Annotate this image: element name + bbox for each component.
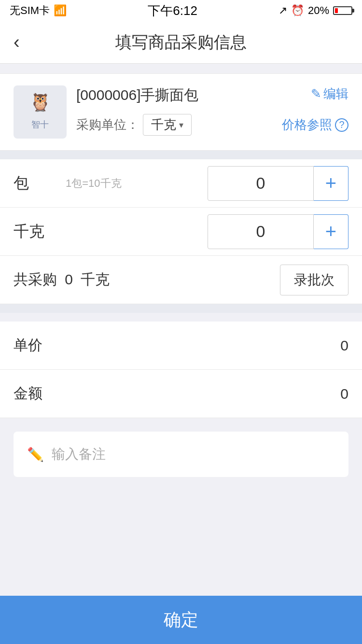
no-sim-text: 无SIM卡 xyxy=(10,3,50,18)
amount-row: 金额 0 xyxy=(0,370,362,418)
page-title: 填写商品采购信息 xyxy=(115,31,247,54)
amount-value: 0 xyxy=(340,386,348,402)
kg-quantity-input[interactable] xyxy=(208,214,314,249)
alarm-icon: ⏰ xyxy=(291,4,304,17)
bag-input-right: + xyxy=(208,166,348,201)
price-ref-button[interactable]: 价格参照 ? xyxy=(282,116,348,133)
bag-input-row: 包 1包=10千克 + xyxy=(0,159,362,208)
input-section: 包 1包=10千克 + 千克 + xyxy=(0,159,362,256)
help-icon: ? xyxy=(335,118,348,132)
kg-label: 千克 xyxy=(14,221,62,242)
product-image: 🦉智十 xyxy=(14,85,67,139)
product-unit-row: 采购单位： 千克 ▾ 价格参照 ? xyxy=(76,114,348,136)
product-info: [0000006]手撕面包 ✎ 编辑 采购单位： 千克 ▾ 价格参照 ? xyxy=(76,85,348,136)
kg-input-row: 千克 + xyxy=(0,208,362,256)
bag-sublabel: 1包=10千克 xyxy=(66,176,122,191)
summary-text: 共采购 0 千克 xyxy=(14,270,110,290)
wifi-icon: 📶 xyxy=(54,4,67,17)
status-bar: 无SIM卡 📶 下午6:12 ↗ ⏰ 20% xyxy=(0,0,362,21)
unit-label: 采购单位： xyxy=(76,116,139,133)
edit-icon: ✎ xyxy=(311,86,321,101)
pencil-icon: ✏️ xyxy=(27,447,44,462)
summary-row: 共采购 0 千克 录批次 xyxy=(0,256,362,304)
total-value: 0 xyxy=(65,271,73,287)
edit-button[interactable]: ✎ 编辑 xyxy=(311,85,348,102)
product-card: 🦉智十 [0000006]手撕面包 ✎ 编辑 采购单位： 千克 ▾ 价格参照 xyxy=(0,73,362,151)
status-time: 下午6:12 xyxy=(148,2,197,19)
notes-input-area[interactable]: ✏️ 输入备注 xyxy=(14,432,348,477)
bag-quantity-input[interactable] xyxy=(208,166,314,201)
amount-label: 金额 xyxy=(14,384,42,404)
location-icon: ↗ xyxy=(278,4,287,17)
notes-placeholder: 输入备注 xyxy=(52,445,106,463)
price-amount-section: 单价 0 金额 0 xyxy=(0,322,362,418)
product-top-row: [0000006]手撕面包 ✎ 编辑 xyxy=(76,85,348,105)
product-logo: 🦉智十 xyxy=(29,93,51,131)
confirm-button[interactable]: 确定 xyxy=(0,596,362,644)
price-row: 单价 0 xyxy=(0,322,362,370)
record-batch-button[interactable]: 录批次 xyxy=(280,265,348,295)
unit-select[interactable]: 千克 ▾ xyxy=(143,114,192,136)
kg-input-right: + xyxy=(208,214,348,249)
back-button[interactable]: ‹ xyxy=(14,32,20,53)
bag-plus-button[interactable]: + xyxy=(314,166,348,201)
notes-section: ✏️ 输入备注 xyxy=(0,418,362,611)
battery-percent: 20% xyxy=(308,4,329,17)
nav-bar: ‹ 填写商品采购信息 xyxy=(0,21,362,64)
section-divider-1 xyxy=(0,151,362,159)
status-left: 无SIM卡 📶 xyxy=(10,3,67,18)
status-right: ↗ ⏰ 20% xyxy=(278,4,352,17)
price-value: 0 xyxy=(340,337,348,354)
chevron-down-icon: ▾ xyxy=(179,120,183,130)
kg-plus-button[interactable]: + xyxy=(314,214,348,249)
section-divider-2 xyxy=(0,304,362,313)
price-label: 单价 xyxy=(14,336,42,355)
battery-icon xyxy=(333,6,352,15)
product-name: [0000006]手撕面包 xyxy=(76,85,198,105)
bag-label: 包 xyxy=(14,173,62,194)
